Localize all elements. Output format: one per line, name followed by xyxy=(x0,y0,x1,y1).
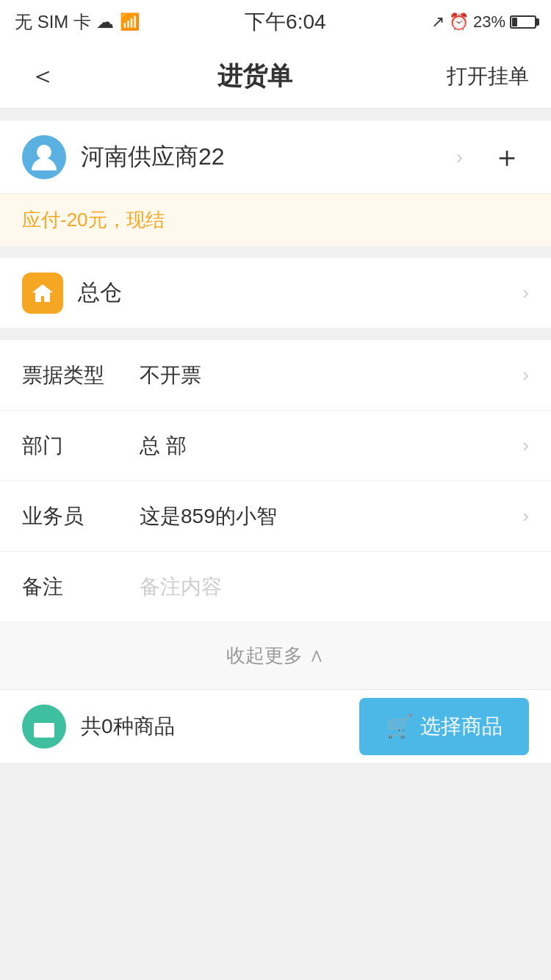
warehouse-chevron-icon: › xyxy=(522,281,529,304)
salesperson-value: 这是859的小智 xyxy=(125,502,515,530)
department-chevron-icon: › xyxy=(522,434,529,457)
status-left: 无 SIM 卡 ☁ 📶 xyxy=(15,10,140,34)
cart-icon: 🛒 xyxy=(386,713,413,739)
status-time: 下午6:04 xyxy=(245,8,326,36)
product-icon-wrap xyxy=(22,705,66,749)
shopping-bag-icon xyxy=(32,714,57,739)
notice-text: 应付-20元，现结 xyxy=(22,209,165,231)
supplier-chevron-icon: › xyxy=(456,145,463,169)
supplier-name: 河南供应商22 xyxy=(81,141,456,173)
supplier-section: 河南供应商22 › ＋ 应付-20元，现结 xyxy=(0,120,551,246)
collapse-row[interactable]: 收起更多 ∧ xyxy=(0,622,551,689)
select-product-button[interactable]: 🛒 选择商品 xyxy=(359,698,529,755)
page-background xyxy=(0,763,551,980)
notice-bar: 应付-20元，现结 xyxy=(0,194,551,246)
product-count-label: 共0种商品 xyxy=(81,713,359,741)
page-title: 进货单 xyxy=(217,60,292,93)
product-bar: 共0种商品 🛒 选择商品 xyxy=(0,689,551,763)
invoice-type-value: 不开票 xyxy=(125,361,515,389)
sim-label: 无 SIM 卡 ☁ xyxy=(15,10,114,34)
salesperson-label: 业务员 xyxy=(22,502,125,530)
person-icon xyxy=(31,143,57,172)
warehouse-icon-wrap xyxy=(22,273,63,314)
remark-label: 备注 xyxy=(22,573,125,601)
warehouse-row[interactable]: 总仓 › xyxy=(0,258,551,328)
supplier-row[interactable]: 河南供应商22 › ＋ xyxy=(0,120,551,194)
department-value: 总 部 xyxy=(125,432,515,460)
invoice-type-chevron-icon: › xyxy=(522,364,529,386)
collapse-label: 收起更多 ∧ xyxy=(226,643,324,669)
house-icon xyxy=(32,283,54,303)
location-icon: ↗ xyxy=(431,12,444,32)
department-label: 部门 xyxy=(22,432,125,460)
salesperson-row[interactable]: 业务员 这是859的小智 › xyxy=(0,481,551,552)
section-gap-3 xyxy=(0,328,551,340)
svg-rect-1 xyxy=(34,723,54,738)
section-gap-1 xyxy=(0,109,551,120)
section-gap-2 xyxy=(0,246,551,258)
status-right: ↗ ⏰ 23% xyxy=(431,12,536,32)
select-product-label: 选择商品 xyxy=(420,713,503,741)
back-button[interactable]: ＜ xyxy=(22,51,63,101)
svg-point-0 xyxy=(37,145,51,159)
status-bar: 无 SIM 卡 ☁ 📶 下午6:04 ↗ ⏰ 23% xyxy=(0,0,551,44)
battery-percent: 23% xyxy=(473,12,505,32)
supplier-avatar xyxy=(22,135,66,179)
warehouse-name: 总仓 xyxy=(78,278,515,308)
form-section: 票据类型 不开票 › 部门 总 部 › 业务员 这是859的小智 › 备注 备注… xyxy=(0,340,551,622)
alarm-icon: ⏰ xyxy=(449,12,469,32)
department-row[interactable]: 部门 总 部 › xyxy=(0,411,551,481)
invoice-type-row[interactable]: 票据类型 不开票 › xyxy=(0,340,551,411)
nav-bar: ＜ 进货单 打开挂单 xyxy=(0,44,551,109)
battery-icon xyxy=(510,15,536,29)
wifi-icon: 📶 xyxy=(120,12,140,32)
open-pending-button[interactable]: 打开挂单 xyxy=(447,62,529,90)
add-button[interactable]: ＋ xyxy=(485,137,529,177)
remark-value[interactable]: 备注内容 xyxy=(125,573,529,601)
remark-row[interactable]: 备注 备注内容 xyxy=(0,552,551,622)
invoice-type-label: 票据类型 xyxy=(22,361,125,389)
salesperson-chevron-icon: › xyxy=(522,505,529,527)
